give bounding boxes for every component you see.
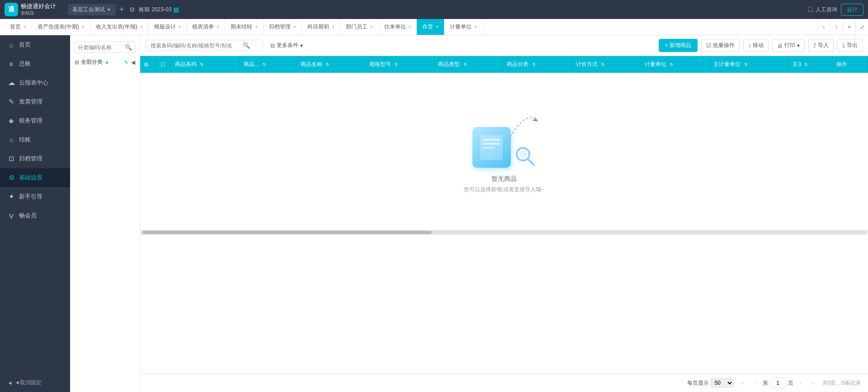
all-categories-item[interactable]: ⊞ 全部分类 ● ✎ ◀ (70, 56, 140, 69)
sidebar-item-close[interactable]: ○ 结账 (0, 130, 70, 149)
col-extra-sort[interactable]: ⇅ (804, 62, 808, 67)
category-collapse-icon[interactable]: ◀ (131, 59, 135, 66)
category-search-icon[interactable]: 🔍 (125, 44, 132, 51)
close-dept-tab[interactable]: × (370, 24, 373, 29)
tab-subject[interactable]: 科目期初 × (302, 19, 340, 35)
close-subject-tab[interactable]: × (332, 24, 335, 29)
import-icon: ⤴ (813, 43, 816, 49)
close-balance-tab[interactable]: × (82, 24, 85, 29)
page-size-selector[interactable]: 每页显示 10 20 50 100 (687, 378, 734, 388)
tax-icon: ◈ (7, 117, 15, 125)
consultant-button[interactable]: 🎧 人工咨询 (807, 6, 837, 14)
move-button[interactable]: ↕ 移动 (743, 39, 769, 52)
tab-tax[interactable]: 税表清单 × (187, 19, 225, 35)
col-spec-sort[interactable]: ⇅ (394, 62, 398, 67)
col-unit-sort[interactable]: ⇅ (670, 62, 673, 67)
page-number-input[interactable] (770, 378, 786, 388)
export-button[interactable]: ⤵ 导出 (837, 39, 863, 52)
col-check[interactable]: ☐ (156, 56, 171, 73)
close-tax-tab[interactable]: × (217, 24, 219, 29)
tab-prev-button[interactable]: ‹ (817, 19, 830, 35)
tab-income[interactable]: 收入支出表(年报) × (90, 19, 149, 35)
prev-page-button[interactable]: ‹ (750, 378, 761, 388)
last-page-button[interactable]: » (808, 378, 819, 388)
close-unit-tab[interactable]: × (474, 24, 477, 29)
sidebar-item-tax[interactable]: ◈ 税务管理 (0, 111, 70, 130)
toolbar-right: + 新增商品 ☑ 批量操作 ↕ 移动 🖨 打印 ▾ (659, 39, 863, 52)
workspace-tab[interactable]: 基层工会测试 ▼ (68, 4, 116, 15)
print-button[interactable]: 🖨 打印 ▾ (772, 39, 805, 52)
col-settings[interactable]: ⚙ (140, 56, 156, 73)
sidebar-item-ledger[interactable]: ≡ 总账 (0, 54, 70, 73)
tab-contacts[interactable]: 往来单位 × (379, 19, 417, 35)
sidebar-unpin-button[interactable]: ◄ ◄取消固定 (0, 373, 70, 392)
col-type-sort[interactable]: ⇅ (463, 62, 467, 67)
close-home-tab[interactable]: × (24, 24, 26, 29)
close-period-tab[interactable]: × (255, 24, 258, 29)
col-category-sort[interactable]: ⇅ (532, 62, 536, 67)
col-main-unit-sort[interactable]: ⇅ (744, 62, 748, 67)
category-search-input[interactable] (78, 44, 125, 51)
sidebar-item-invoice[interactable]: ✎ 发票管理 (0, 92, 70, 111)
batch-icon: ☑ (706, 43, 711, 49)
category-edit-icon[interactable]: ✎ (124, 59, 128, 66)
col-spec[interactable]: 规格型号 ⇅ (365, 56, 434, 73)
sidebar-item-cloud-report[interactable]: ☁ 云报表中心 (0, 73, 70, 92)
col-code-sort[interactable]: ⇅ (262, 62, 266, 67)
sidebar-item-guide[interactable]: ✦ 新手引导 (0, 187, 70, 206)
more-filter-button[interactable]: ⊟ 更多条件 ▾ (267, 40, 307, 51)
tab-period-close[interactable]: 期末结转 × (225, 19, 264, 35)
sidebar-item-member[interactable]: V 畅会员 (0, 206, 70, 225)
main-search-icon[interactable]: 🔍 (243, 42, 250, 49)
close-income-tab[interactable]: × (140, 24, 143, 29)
grid-icon: ⊞ (75, 59, 79, 66)
tab-next-button[interactable]: › (830, 19, 843, 35)
workspace-dropdown-icon[interactable]: ▼ (107, 7, 111, 12)
batch-button[interactable]: ☑ 批量操作 (701, 39, 740, 52)
close-inventory-tab[interactable]: × (436, 24, 439, 29)
table-scrollbar[interactable] (140, 230, 868, 235)
sidebar-item-settings[interactable]: ⚙ 基础设置 (0, 168, 70, 187)
tab-close-all-button[interactable]: × (843, 19, 855, 35)
next-page-button[interactable]: › (795, 378, 806, 388)
sidebar-item-archive[interactable]: ⊡ 归档管理 (0, 149, 70, 168)
workspace-settings-button[interactable]: ⚙ (127, 6, 137, 13)
close-contacts-tab[interactable]: × (409, 24, 411, 29)
tab-template[interactable]: 模版设计 × (149, 19, 187, 35)
col-type[interactable]: 商品类型 ⇅ (434, 56, 503, 73)
calendar-icon[interactable]: ▦ (173, 6, 179, 13)
scrollbar-thumb[interactable] (142, 231, 432, 234)
close-template-tab[interactable]: × (179, 24, 181, 29)
print-icon: 🖨 (777, 43, 783, 49)
col-extra[interactable]: 主3 ⇅ (789, 56, 833, 73)
col-main-unit[interactable]: 主计量单位 ⇅ (710, 56, 789, 73)
new-product-button[interactable]: + 新增商品 (659, 39, 698, 52)
headset-icon: 🎧 (807, 6, 814, 13)
page-size-select[interactable]: 10 20 50 100 (711, 378, 734, 388)
col-unit[interactable]: 计量单位 ⇅ (641, 56, 710, 73)
col-barcode[interactable]: 商品条码 ⇅ (171, 56, 240, 73)
main-search-input[interactable] (151, 43, 241, 49)
first-page-button[interactable]: « (737, 378, 748, 388)
tab-dept[interactable]: 部门员工 × (340, 19, 379, 35)
col-price-method[interactable]: 计价方式 ⇅ (572, 56, 641, 73)
tab-unit[interactable]: 计量单位 × (444, 19, 483, 35)
col-category[interactable]: 商品分类 ⇅ (503, 56, 572, 73)
col-name[interactable]: 商品名称 ⇅ (297, 56, 365, 73)
account-button[interactable]: 会计 (841, 4, 863, 16)
sidebar-item-home[interactable]: ⌂ 首页 (0, 35, 70, 54)
col-barcode-sort[interactable]: ⇅ (200, 62, 203, 67)
tab-archive[interactable]: 归档管理 × (264, 19, 302, 35)
col-code[interactable]: 商品... ⇅ (240, 56, 297, 73)
tab-home[interactable]: 首页 × (5, 19, 32, 35)
import-button[interactable]: ⤴ 导入 (808, 39, 834, 52)
tab-inventory[interactable]: 存货 × (417, 19, 444, 35)
col-price-sort[interactable]: ⇅ (601, 62, 604, 67)
close-archive-tab[interactable]: × (293, 24, 296, 29)
tab-balance-sheet[interactable]: 资产负债表(中期) × (32, 19, 90, 35)
tab-expand-button[interactable]: ⤢ (855, 19, 868, 35)
main-search-bar[interactable]: 🔍 (146, 40, 263, 51)
col-name-sort[interactable]: ⇅ (326, 62, 329, 67)
workspace-add-button[interactable]: + (118, 5, 126, 14)
category-search-box[interactable]: 🔍 (74, 42, 136, 53)
